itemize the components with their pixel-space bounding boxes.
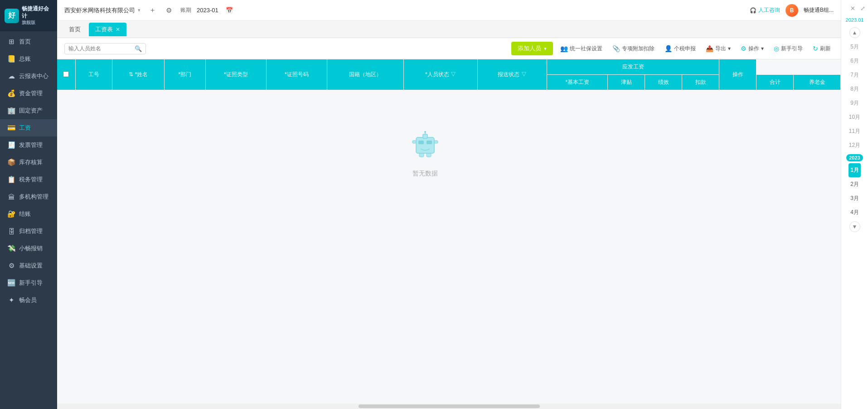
inventory-nav-label: 库存核算 [19,158,43,166]
sidebar-item-member[interactable]: ✦ 畅会员 [0,292,57,309]
search-input[interactable] [68,45,132,52]
home-nav-label: 首页 [19,38,31,46]
allowance-header: 津贴 [608,75,645,90]
sidebar-item-expense[interactable]: 💸 小畅报销 [0,240,57,257]
panel-close-icon[interactable]: ✕ [848,4,857,13]
month-8月[interactable]: 8月 [847,82,862,96]
svg-rect-6 [412,141,416,143]
panel-up-nav[interactable]: ▲ [849,27,860,38]
guide-btn[interactable]: ◎ 新手引导 [771,43,805,54]
report-status-header[interactable]: 报送状态 ▽ [477,59,547,90]
sidebar-item-multi-org[interactable]: 🏛 多机构管理 [0,188,57,205]
sidebar-item-assets[interactable]: 🏢 固定资产 [0,102,57,119]
export-label: 导出 [715,45,726,53]
month-7月[interactable]: 7月 [847,68,862,82]
tab-payroll-tab[interactable]: 工资表 ✕ [89,23,126,36]
table-wrapper: 工号 ⇅ *姓名 *部门 *证照类型 *证照号码 国籍（地区） *人员状态 ▽ … [57,59,841,404]
search-wrapper: 🔍 [64,43,146,54]
tax-report-btn[interactable]: 👤 个税申报 [662,43,698,54]
closing-nav-label: 结账 [19,210,31,218]
operations-chevron: ▾ [761,45,764,52]
svg-rect-9 [427,153,431,157]
month-curr-4月[interactable]: 4月 [849,205,861,219]
sidebar-item-funds[interactable]: 💰 资金管理 [0,85,57,102]
home-nav-icon: ⊞ [7,38,15,46]
topbar: 西安虾米网络科技有限公司 ▾ ＋ ⚙ 账期 2023-01 📅 🎧 人工咨询 B… [57,0,841,21]
special-deduction-btn[interactable]: 📎 专项附加扣除 [610,43,657,54]
tab-home-tab[interactable]: 首页 [63,23,87,36]
sidebar: 好 畅捷通好会计 旗舰版 ⊞ 首页 📒 总账 ☁ 云报表中心 💰 资金管理 🏢 … [0,0,57,409]
sidebar-item-invoice[interactable]: 🧾 发票管理 [0,136,57,154]
search-icon[interactable]: 🔍 [135,45,142,52]
multi-org-nav-icon: 🏛 [7,193,15,201]
tab-close-payroll-tab[interactable]: ✕ [116,26,120,33]
tab-label-home-tab: 首页 [69,26,81,33]
status-header[interactable]: *人员状态 ▽ [404,59,477,90]
sidebar-item-archive[interactable]: 🗄 归档管理 [0,223,57,240]
dept-header: *部门 [165,59,205,90]
service-button[interactable]: 🎧 人工咨询 [750,6,780,14]
name-header[interactable]: ⇅ *姓名 [112,59,165,90]
sidebar-item-guide[interactable]: 🆕 新手引导 [0,274,57,292]
social-security-btn[interactable]: 👥 统一社保设置 [558,43,605,54]
refresh-btn[interactable]: ↻ 刷新 [810,43,834,54]
nationality-header: 国籍（地区） [327,59,404,90]
svg-rect-1 [418,141,424,144]
month-5月[interactable]: 5月 [847,40,862,54]
refresh-label: 刷新 [820,45,831,53]
scroll-thumb[interactable] [359,404,540,408]
user-avatar[interactable]: B [786,4,798,17]
multi-org-nav-label: 多机构管理 [19,193,48,201]
invoice-nav-label: 发票管理 [19,141,43,149]
tax-nav-label: 税务管理 [19,175,43,184]
status-filter-icon: ▽ [451,71,456,78]
settings-icon[interactable]: ⚙ [162,4,175,17]
payroll-group-header: 应发工资 [547,59,719,75]
archive-nav-label: 归档管理 [19,227,43,235]
logo-text: 畅捷通好会计 [22,5,53,19]
user-name[interactable]: 畅捷通B组... [804,6,834,14]
add-person-button[interactable]: 添加人员 ▾ [511,42,553,55]
export-icon: 📤 [706,45,713,52]
sidebar-item-closing[interactable]: 🔐 结账 [0,205,57,223]
payroll-nav-label: 工资 [19,124,31,132]
content-toolbar: 🔍 添加人员 ▾ 👥 统一社保设置 📎 专项附加扣除 👤 个税申报 [57,38,841,59]
sidebar-nav: ⊞ 首页 📒 总账 ☁ 云报表中心 💰 资金管理 🏢 固定资产 💳 工资 🧾 发… [0,31,57,409]
svg-rect-3 [423,134,427,138]
sidebar-item-reports[interactable]: ☁ 云报表中心 [0,68,57,85]
table-scrollbar[interactable] [57,404,841,409]
add-company-icon[interactable]: ＋ [146,4,159,17]
sidebar-item-ledger[interactable]: 📒 总账 [0,50,57,68]
sidebar-item-settings[interactable]: ⚙ 基础设置 [0,257,57,274]
ledger-nav-label: 总账 [19,55,31,63]
period-value: 2023-01 [197,7,218,14]
month-9月[interactable]: 9月 [847,96,862,110]
period-calendar-icon[interactable]: 📅 [226,7,233,14]
sidebar-item-inventory[interactable]: 📦 库存核算 [0,154,57,171]
sidebar-item-payroll[interactable]: 💳 工资 [0,119,57,136]
month-10月[interactable]: 10月 [847,110,862,124]
prev-year-months: 5月6月7月8月9月10月11月12月 [847,40,862,152]
invoice-nav-icon: 🧾 [7,141,15,149]
curr-year-months: 1月2月3月4月 [849,163,861,219]
month-6月[interactable]: 6月 [847,54,862,68]
sidebar-item-tax[interactable]: 📋 税务管理 [0,171,57,188]
empty-state-cell: 暂无数据 [57,90,794,214]
company-selector[interactable]: 西安虾米网络科技有限公司 ▾ [64,6,141,15]
month-11月[interactable]: 11月 [847,124,862,138]
panel-expand-icon[interactable]: ⤢ [858,4,867,13]
operations-btn[interactable]: ⚙ 操作 ▾ [738,43,766,54]
content-area: 🔍 添加人员 ▾ 👥 统一社保设置 📎 专项附加扣除 👤 个税申报 [57,38,841,409]
month-curr-3月[interactable]: 3月 [849,191,861,205]
panel-down-nav[interactable]: ▼ [849,221,860,232]
month-12月[interactable]: 12月 [847,138,862,152]
select-all-checkbox[interactable] [63,71,69,77]
sidebar-item-home[interactable]: ⊞ 首页 [0,33,57,50]
month-curr-2月[interactable]: 2月 [849,177,861,191]
guide-label: 新手引导 [781,45,803,53]
month-curr-1月[interactable]: 1月 [849,163,861,177]
export-btn[interactable]: 📤 导出 ▾ [703,43,733,54]
checkbox-header[interactable] [57,59,75,90]
add-person-label: 添加人员 [518,44,541,53]
funds-nav-label: 资金管理 [19,89,43,97]
